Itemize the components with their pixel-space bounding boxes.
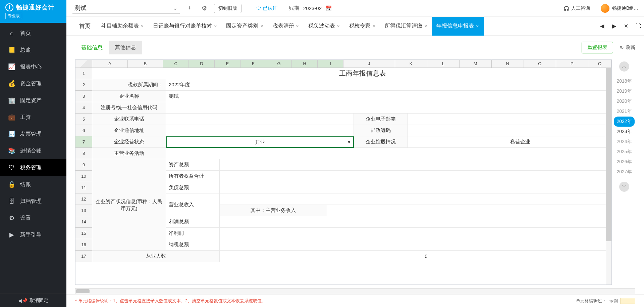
tab-1[interactable]: 日记账与银行对账单核对× [148,17,221,36]
sidebar-item-6[interactable]: 🧾发票管理 [0,126,66,142]
address-value[interactable] [166,125,354,136]
horizontal-scrollbar[interactable] [75,288,635,294]
subtab-basic[interactable]: 基础信息 [75,40,109,55]
row-head-14[interactable]: 14 [75,216,92,228]
tab-close[interactable]: × [214,24,217,29]
refresh-button[interactable]: ↻ 刷新 [620,45,635,51]
year-2025年[interactable]: 2025年 [614,147,634,157]
employees-value[interactable]: 0 [220,251,612,262]
tab-scroll-right[interactable]: ▶ [608,17,620,36]
tab-scroll-left[interactable]: ◀ [596,17,608,36]
row-head-8[interactable]: 8 [75,148,92,159]
row-head-5[interactable]: 5 [75,114,92,125]
company-name-value[interactable]: 测试 [166,91,612,102]
old-version-button[interactable]: 切到旧版 [214,4,241,13]
year-2020年[interactable]: 2020年 [614,96,634,106]
row-head-11[interactable]: 11 [75,182,92,193]
row-head-17[interactable]: 17 [75,251,92,262]
row-head-7[interactable]: 7 [75,136,92,148]
row-head-1[interactable]: 1 [75,68,92,79]
revenue-value[interactable] [220,193,612,205]
reg-code-value[interactable] [166,102,612,114]
sidebar-item-2[interactable]: 📈报表中心 [0,58,66,75]
tax-total-value[interactable] [220,239,612,251]
col-head-E[interactable]: E [215,60,240,68]
col-head-G[interactable]: G [266,60,292,68]
row-head-13[interactable]: 13 [75,205,92,216]
tab-7[interactable]: 年报信息申报表× [432,17,483,36]
select-all-corner[interactable] [75,60,92,68]
col-head-P[interactable]: P [556,60,588,68]
year-2019年[interactable]: 2019年 [614,86,634,96]
phone-value[interactable] [166,114,354,125]
pin-toggle[interactable]: ◀📌 取消固定 [0,294,66,307]
sidebar-item-1[interactable]: 📒总账 [0,42,66,58]
total-assets-value[interactable] [220,159,612,171]
fullscreen-button[interactable]: ⛶ [632,17,644,36]
row-head-6[interactable]: 6 [75,125,92,136]
year-2018年[interactable]: 2018年 [614,76,634,86]
col-head-H[interactable]: H [292,60,318,68]
tab-close[interactable]: × [296,24,299,29]
status-select[interactable]: 开业 [166,136,354,148]
sidebar-item-10[interactable]: 🗄归档管理 [0,193,66,210]
accounting-period[interactable]: 账期 2023-02 📅 [289,5,332,12]
col-head-K[interactable]: K [395,60,427,68]
main-revenue-value[interactable] [327,205,612,216]
year-up[interactable]: ︿ [619,61,629,72]
tab-close[interactable]: × [476,24,479,29]
row-head-4[interactable]: 4 [75,102,92,114]
tab-5[interactable]: 税检专家× [344,17,380,36]
tab-close-all[interactable]: ✕ [620,17,632,36]
year-down[interactable]: ﹀ [619,182,629,192]
profit-total-value[interactable] [220,216,612,228]
sidebar-item-4[interactable]: 🏢固定资产 [0,92,66,109]
holding-value[interactable]: 私营企业 [408,136,612,148]
email-value[interactable] [408,114,612,125]
year-2022年[interactable]: 2022年 [614,117,634,127]
user-menu[interactable]: 畅捷通B组... [601,4,638,13]
sidebar-item-12[interactable]: ▶新手引导 [0,226,66,243]
tab-2[interactable]: 固定资产类别× [221,17,268,36]
col-head-O[interactable]: O [524,60,556,68]
col-head-A[interactable]: A [92,60,128,68]
col-head-B[interactable]: B [128,60,163,68]
year-2027年[interactable]: 2027年 [614,167,634,177]
tab-0[interactable]: 斗目辅助余额表× [97,17,148,36]
col-head-L[interactable]: L [427,60,460,68]
sidebar-item-0[interactable]: ⌂首页 [0,25,66,42]
tab-close[interactable]: × [141,24,144,29]
col-head-Q[interactable]: Q [588,60,611,68]
settings-icon[interactable]: ⚙ [199,3,209,13]
year-2023年[interactable]: 2023年 [614,127,634,137]
tab-6[interactable]: 所得税汇算清缴× [380,17,432,36]
add-button[interactable]: + [184,3,195,13]
postcode-value[interactable] [408,125,612,136]
sidebar-item-9[interactable]: 🔒结账 [0,176,66,193]
vertical-scrollbar[interactable] [606,68,611,284]
row-head-9[interactable]: 9 [75,159,92,171]
sidebar-item-7[interactable]: 📚进销台账 [0,142,66,159]
row-head-3[interactable]: 3 [75,91,92,102]
col-head-C[interactable]: C [163,60,189,68]
tab-close[interactable]: × [373,24,375,29]
row-head-15[interactable]: 15 [75,228,92,239]
tab-3[interactable]: 税表清册× [268,17,304,36]
subtab-other[interactable]: 其他信息 [109,41,142,54]
sidebar-item-11[interactable]: ⚙设置 [0,210,66,226]
reset-button[interactable]: 重置报表 [582,42,613,53]
col-head-J[interactable]: J [343,60,395,68]
spreadsheet[interactable]: ABCDEFGHIJKLMNOPQ 1234567891011121314151… [75,59,612,285]
account-select[interactable]: 测试 ⌄ [72,3,180,14]
col-head-N[interactable]: N [492,60,524,68]
consult-button[interactable]: 🎧 人工咨询 [564,5,590,11]
sidebar-item-5[interactable]: 💼工资 [0,109,66,126]
sidebar-item-8[interactable]: 🛡税务管理 [0,159,66,176]
tab-4[interactable]: 税负波动表× [304,17,344,36]
year-2021年[interactable]: 2021年 [614,106,634,117]
tab-close[interactable]: × [424,24,427,29]
row-head-12[interactable]: 12 [75,193,92,205]
year-2024年[interactable]: 2024年 [614,137,634,147]
owner-equity-value[interactable] [220,171,612,182]
col-head-M[interactable]: M [460,60,492,68]
